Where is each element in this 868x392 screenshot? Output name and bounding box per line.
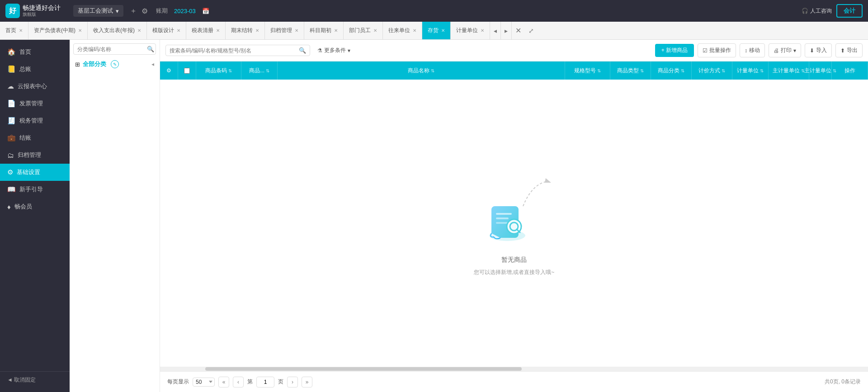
category-search-box[interactable]: 🔍: [73, 43, 156, 55]
th-checkbox[interactable]: [178, 61, 196, 80]
tab-archive-close[interactable]: ✕: [295, 28, 298, 33]
th-barcode[interactable]: 商品条码 ⇅: [196, 61, 241, 80]
tab-template[interactable]: 模版设计 ✕: [147, 22, 186, 40]
th-type[interactable]: 商品类型 ⇅: [610, 61, 651, 80]
sort-name-icon: ⇅: [431, 68, 434, 73]
tab-dept[interactable]: 部门员工 ✕: [344, 22, 383, 40]
tab-inventory-close[interactable]: ✕: [441, 28, 445, 33]
th-category[interactable]: 商品分类 ⇅: [651, 61, 692, 80]
tab-home[interactable]: 首页 ✕: [0, 22, 28, 40]
category-search-icon[interactable]: 🔍: [147, 46, 154, 52]
sidebar-ledger-label: 总账: [19, 65, 31, 73]
tab-period[interactable]: 期末结转 ✕: [226, 22, 265, 40]
collapse-panel-btn[interactable]: ◂: [151, 61, 154, 67]
settings-icon[interactable]: ⚙: [142, 7, 148, 15]
tab-dept-close[interactable]: ✕: [373, 28, 377, 33]
th-name[interactable]: 商品名称 ⇅: [278, 61, 565, 80]
tab-close-all-btn[interactable]: ✕: [512, 22, 525, 40]
member-icon: ♦: [7, 203, 11, 211]
sidebar-item-member[interactable]: ♦ 畅会员: [0, 198, 70, 215]
th-code[interactable]: 商品... ⇅: [241, 61, 278, 80]
scrollbar-area[interactable]: [160, 367, 868, 371]
tab-expand-btn[interactable]: ⤢: [525, 22, 538, 40]
sidebar-invoice-label: 发票管理: [19, 99, 43, 108]
right-panel: 🔍 ⚗ 更多条件 ▾ + 新增商品 ☑ 批量操作 ↕: [160, 40, 868, 392]
page-number-input[interactable]: [256, 377, 274, 387]
batch-label: 批量操作: [709, 47, 731, 54]
edit-category-icon[interactable]: ✎: [111, 60, 119, 68]
scrollbar-thumb[interactable]: [205, 367, 522, 371]
move-button[interactable]: ↕ 移动: [740, 43, 765, 57]
th-spec[interactable]: 规格型号 ⇅: [565, 61, 610, 80]
empty-state: 暂无商品 您可以选择新增,或者直接导入哦~: [160, 80, 868, 367]
sidebar-item-ledger[interactable]: 📒 总账: [0, 61, 70, 78]
tab-income[interactable]: 收入支出表(年报) ✕: [88, 22, 147, 40]
sidebar-item-invoice[interactable]: 📄 发票管理: [0, 95, 70, 112]
import-button[interactable]: ⬇ 导入: [805, 43, 832, 57]
add-product-button[interactable]: + 新增商品: [655, 44, 694, 57]
tab-balance-close[interactable]: ✕: [78, 28, 82, 33]
sidebar-item-cloud[interactable]: ☁ 云报表中心: [0, 78, 70, 95]
tab-period-label: 期末结转: [231, 27, 253, 34]
category-search-input[interactable]: [77, 46, 145, 52]
th-num-label: 主计量单位: [804, 67, 831, 75]
tab-inventory[interactable]: 存货 ✕: [422, 22, 451, 40]
sidebar-item-close[interactable]: 💼 结账: [0, 129, 70, 146]
th-action-label: 操作: [844, 67, 855, 75]
period-value: 2023-03: [174, 8, 196, 14]
product-search-input[interactable]: [170, 47, 297, 54]
th-price-method[interactable]: 计价方式 ⇅: [692, 61, 732, 80]
add-tab-icon[interactable]: ＋: [130, 6, 137, 16]
sidebar-item-guide[interactable]: 📖 新手引导: [0, 181, 70, 198]
product-search-bar[interactable]: 🔍: [165, 45, 310, 56]
calendar-icon[interactable]: 📅: [202, 8, 209, 14]
tab-home-close[interactable]: ✕: [19, 28, 23, 33]
sidebar-home-label: 首页: [19, 48, 31, 56]
tab-period-close[interactable]: ✕: [255, 28, 259, 33]
kuaiji-button[interactable]: 会计: [836, 4, 863, 18]
th-settings[interactable]: ⚙: [160, 61, 178, 80]
th-main-unit[interactable]: 主计量单位 ⇅: [769, 61, 809, 80]
tab-tax-close[interactable]: ✕: [216, 28, 220, 33]
sidebar-item-basic[interactable]: ⚙ 基础设置: [0, 164, 70, 181]
tab-next-btn[interactable]: ▸: [501, 22, 512, 40]
service-label: 人工咨询: [810, 7, 832, 15]
tab-unit-close[interactable]: ✕: [481, 28, 484, 33]
th-num[interactable]: 主计量单位 ⇅: [809, 61, 832, 80]
last-page-btn[interactable]: »: [302, 377, 312, 387]
tab-contacts[interactable]: 往来单位 ✕: [383, 22, 422, 40]
tab-unit[interactable]: 计量单位 ✕: [451, 22, 490, 40]
sidebar-unpin-btn[interactable]: ◄ 取消固定: [0, 371, 70, 388]
next-page-btn[interactable]: ›: [287, 377, 298, 387]
export-icon: ⬆: [840, 47, 845, 54]
company-selector[interactable]: 基层工会测试 ▾: [73, 5, 123, 17]
tab-dept-label: 部门员工: [349, 27, 371, 34]
per-page-select[interactable]: 50 100 200: [193, 378, 215, 387]
print-button[interactable]: 🖨 打印 ▾: [769, 43, 801, 57]
tab-archive[interactable]: 归档管理 ✕: [265, 22, 304, 40]
filter-button[interactable]: ⚗ 更多条件 ▾: [314, 45, 354, 56]
first-page-btn[interactable]: «: [218, 377, 229, 387]
sidebar-item-home[interactable]: 🏠 首页: [0, 43, 70, 61]
prev-page-btn[interactable]: ‹: [233, 377, 244, 387]
tab-balance[interactable]: 资产负债表(中期) ✕: [28, 22, 88, 40]
sidebar-item-archive[interactable]: 🗂 归档管理: [0, 146, 70, 164]
batch-operation-button[interactable]: ☑ 批量操作: [698, 43, 736, 57]
th-unit[interactable]: 计量单位 ⇅: [732, 61, 769, 80]
export-button[interactable]: ⬆ 导出: [835, 43, 863, 57]
sidebar-item-tax[interactable]: 🧾 税务管理: [0, 112, 70, 129]
tab-income-close[interactable]: ✕: [137, 28, 141, 33]
basic-settings-icon: ⚙: [7, 168, 13, 176]
tab-subject[interactable]: 科目期初 ✕: [304, 22, 344, 40]
th-unit-label: 计量单位: [737, 67, 759, 75]
tab-contacts-close[interactable]: ✕: [413, 28, 416, 33]
select-all-checkbox[interactable]: [184, 68, 190, 74]
product-search-icon[interactable]: 🔍: [299, 47, 306, 54]
tab-tax[interactable]: 税表清册 ✕: [186, 22, 226, 40]
service-button[interactable]: 🎧 人工咨询: [802, 7, 832, 15]
tab-prev-btn[interactable]: ◂: [490, 22, 501, 40]
tab-template-close[interactable]: ✕: [177, 28, 180, 33]
tab-subject-close[interactable]: ✕: [334, 28, 338, 33]
category-all[interactable]: ⊞ 全部分类 ✎ ◂: [73, 58, 156, 70]
page-total: 共0页, 0条记录: [825, 378, 861, 386]
